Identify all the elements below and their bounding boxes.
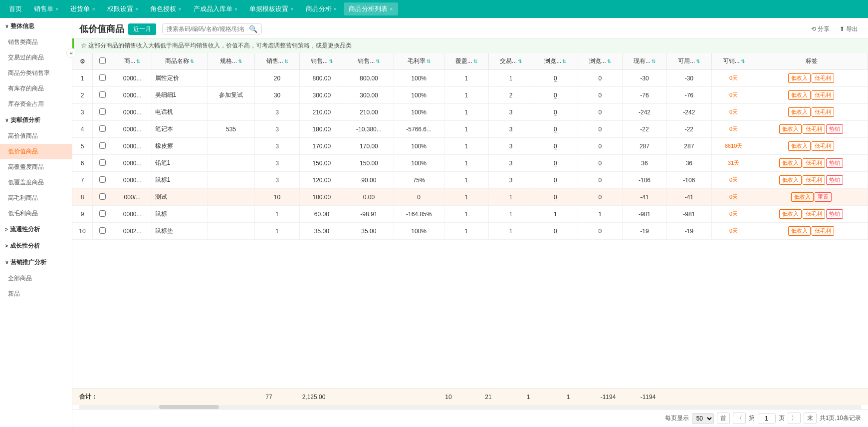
sidebar-item-全部商品[interactable]: 全部商品 — [0, 271, 72, 286]
nav-item-单据模板设置[interactable]: 单据模板设置× — [244, 2, 298, 15]
last-page-button[interactable]: 末 — [804, 413, 817, 424]
row-sellable: 0天 — [711, 104, 756, 121]
row-coverage: 1 — [444, 189, 488, 206]
col-header-name[interactable]: 商品名称⇅ — [152, 53, 207, 70]
search-icon[interactable]: 🔍 — [249, 25, 257, 33]
select-all-checkbox[interactable] — [99, 57, 106, 64]
browse1-link[interactable]: 0 — [554, 194, 557, 201]
sidebar-item-高覆盖度商品[interactable]: 高覆盖度商品 — [0, 159, 72, 175]
nav-close-icon[interactable]: × — [234, 6, 237, 12]
row-coverage: 1 — [444, 70, 488, 87]
row-index: 8 — [72, 189, 93, 206]
prev-page-button[interactable]: 〈 — [733, 413, 746, 424]
sidebar-collapse-btn[interactable]: « — [66, 48, 76, 58]
sidebar-item-有库存的商品[interactable]: 有库存的商品 — [0, 81, 72, 96]
nav-item-角色授权[interactable]: 角色授权× — [145, 2, 186, 15]
row-browse1: 0 — [533, 138, 578, 155]
nav-close-icon[interactable]: × — [135, 6, 138, 12]
row-browse1: 1 — [533, 206, 578, 223]
sidebar-item-低毛利商品[interactable]: 低毛利商品 — [0, 206, 72, 221]
sidebar-item-低价值商品[interactable]: 低价值商品 — [0, 144, 72, 159]
sidebar-item-高毛利商品[interactable]: 高毛利商品 — [0, 190, 72, 206]
browse1-link[interactable]: 0 — [554, 75, 557, 82]
sidebar-item-库存资金占用[interactable]: 库存资金占用 — [0, 96, 72, 112]
sidebar-item-高价值商品[interactable]: 高价值商品 — [0, 128, 72, 144]
sidebar-section-成长性分析[interactable]: >成长性分析 — [0, 238, 72, 254]
col-header-available[interactable]: 可用...⇅ — [667, 53, 711, 70]
row-margin: 100% — [394, 155, 444, 172]
sidebar-item-商品分类销售率[interactable]: 商品分类销售率 — [0, 65, 72, 81]
search-input[interactable] — [167, 25, 249, 32]
browse1-link[interactable]: 0 — [554, 126, 557, 133]
footer-cell-6: 10 — [429, 394, 468, 401]
col-header-current[interactable]: 现有...⇅ — [622, 53, 666, 70]
col-header-coverage[interactable]: 覆盖...⇅ — [444, 53, 488, 70]
col-header-browse1[interactable]: 浏览...⇅ — [533, 53, 578, 70]
first-page-button[interactable]: 首 — [717, 413, 730, 424]
row-sales-profit: 800.00 — [344, 70, 394, 87]
browse1-link[interactable]: 0 — [554, 109, 557, 116]
next-page-button[interactable]: 〉 — [788, 413, 801, 424]
sidebar-section-流通性分析[interactable]: >流通性分析 — [0, 221, 72, 238]
sidebar: ∨整体信息销售类商品交易过的商品商品分类销售率有库存的商品库存资金占用∨贡献值分… — [0, 18, 72, 427]
nav-item-商品分析[interactable]: 商品分析× — [301, 2, 342, 15]
gear-icon[interactable]: ⚙ — [80, 58, 85, 65]
share-button[interactable]: ⟲ 分享 — [808, 23, 833, 35]
nav-close-icon[interactable]: × — [390, 6, 393, 12]
row-checkbox[interactable] — [99, 176, 106, 183]
scrollbar[interactable] — [79, 405, 861, 409]
col-header-trans[interactable]: 交易...⇅ — [488, 53, 533, 70]
nav-item-销售单[interactable]: 销售单× — [29, 2, 63, 15]
nav-close-icon[interactable]: × — [178, 6, 181, 12]
row-current: -19 — [622, 223, 666, 240]
nav-item-权限设置[interactable]: 权限设置× — [102, 2, 143, 15]
col-header-browse2[interactable]: 浏览...⇅ — [578, 53, 622, 70]
row-browse1: 0 — [533, 189, 578, 206]
row-checkbox-cell — [93, 138, 113, 155]
sidebar-item-低覆盖度商品[interactable]: 低覆盖度商品 — [0, 175, 72, 190]
browse1-link[interactable]: 0 — [554, 177, 557, 184]
page-input[interactable] — [758, 414, 776, 424]
sidebar-section-营销推广分析[interactable]: ∨营销推广分析 — [0, 254, 72, 271]
nav-close-icon[interactable]: × — [55, 6, 58, 12]
col-header-sales_qty[interactable]: 销售...⇅ — [255, 53, 299, 70]
row-checkbox[interactable] — [99, 125, 106, 132]
row-sellable: 0天 — [711, 172, 756, 189]
nav-item-产成品入库单[interactable]: 产成品入库单× — [189, 2, 242, 15]
row-checkbox[interactable] — [99, 227, 106, 234]
nav-close-icon[interactable]: × — [290, 6, 293, 12]
date-filter-button[interactable]: 近一月 — [128, 23, 156, 35]
sidebar-section-贡献值分析[interactable]: ∨贡献值分析 — [0, 112, 72, 128]
col-header-spec[interactable]: 规格...⇅ — [207, 53, 255, 70]
browse1-link[interactable]: 0 — [554, 228, 557, 235]
col-header-sales_profit[interactable]: 销售...⇅ — [344, 53, 394, 70]
row-checkbox[interactable] — [99, 159, 106, 166]
col-header-sellable[interactable]: 可销...⇅ — [711, 53, 756, 70]
export-button[interactable]: ⬆ 导出 — [837, 23, 861, 35]
sidebar-item-销售类商品[interactable]: 销售类商品 — [0, 34, 72, 50]
browse1-link[interactable]: 1 — [554, 211, 557, 218]
col-header-code[interactable]: 商...⇅ — [113, 53, 152, 70]
page-size-select[interactable]: 50 — [692, 413, 714, 424]
nav-close-icon[interactable]: × — [92, 6, 95, 12]
row-checkbox[interactable] — [99, 210, 106, 217]
row-code: 000/... — [113, 189, 152, 206]
sidebar-section-整体信息[interactable]: ∨整体信息 — [0, 18, 72, 34]
nav-item-商品分析列表[interactable]: 商品分析列表× — [344, 2, 398, 15]
row-checkbox[interactable] — [99, 108, 106, 115]
scrollbar-thumb[interactable] — [159, 405, 219, 409]
row-checkbox[interactable] — [99, 142, 106, 149]
browse1-link[interactable]: 0 — [554, 143, 557, 150]
sidebar-item-交易过的商品[interactable]: 交易过的商品 — [0, 50, 72, 65]
col-header-sales_amt[interactable]: 销售...⇅ — [299, 53, 344, 70]
sidebar-item-新品[interactable]: 新品 — [0, 286, 72, 302]
nav-item-进货单[interactable]: 进货单× — [65, 2, 100, 15]
nav-item-首页[interactable]: 首页 — [4, 2, 27, 15]
col-header-margin[interactable]: 毛利率⇅ — [394, 53, 444, 70]
row-checkbox[interactable] — [99, 193, 106, 200]
row-checkbox[interactable] — [99, 91, 106, 98]
browse1-link[interactable]: 0 — [554, 92, 557, 99]
browse1-link[interactable]: 0 — [554, 160, 557, 167]
row-checkbox[interactable] — [99, 74, 106, 81]
nav-close-icon[interactable]: × — [334, 6, 337, 12]
